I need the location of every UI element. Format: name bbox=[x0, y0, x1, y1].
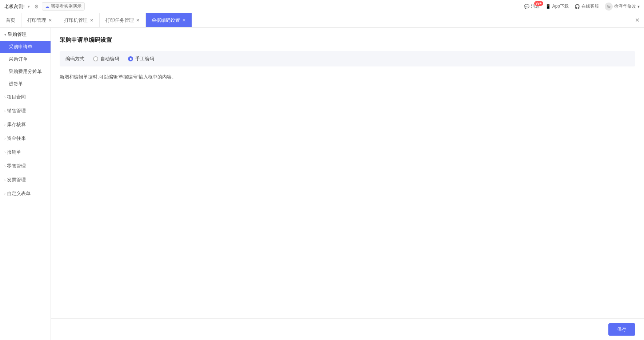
top-bar-right: 💬 消息 99+ 📱 App下载 🎧 在线客服 头 徐泽华修改 ▾ bbox=[524, 3, 640, 11]
purchase-request-label: 采购申请单 bbox=[9, 44, 32, 49]
tab-single-code-label: 单据编码设置 bbox=[152, 17, 180, 24]
sidebar-group-procurement: ▾ 采购管理 采购申请单 采购订单 采购费用分摊单 进货单 bbox=[0, 28, 51, 90]
user-menu-button[interactable]: 头 徐泽华修改 ▾ bbox=[605, 3, 640, 11]
purchase-expense-label: 采购费用分摊单 bbox=[9, 69, 42, 74]
sales-mgmt-label: 销售管理 bbox=[7, 108, 26, 114]
encoding-method-row: 编码方式 自动编码 手工编码 bbox=[60, 51, 635, 66]
sidebar-group-sales-return[interactable]: › 报销单 bbox=[0, 145, 51, 159]
sidebar-group-capital[interactable]: › 资金往来 bbox=[0, 131, 51, 145]
user-name: 徐泽华修改 bbox=[614, 3, 636, 9]
sidebar-item-purchase-order[interactable]: 采购订单 bbox=[0, 53, 51, 65]
sales-mgmt-chevron-icon: › bbox=[4, 109, 5, 113]
content-panel: 采购申请单编码设置 编码方式 自动编码 手工编码 新增和编辑单据时,可以编辑'单… bbox=[51, 28, 644, 318]
app-icon: 📱 bbox=[545, 4, 551, 9]
sidebar-group-inventory[interactable]: › 库存核算 bbox=[0, 118, 51, 131]
capital-chevron-icon: › bbox=[4, 137, 5, 141]
auto-code-label: 自动编码 bbox=[100, 56, 119, 62]
tab-print-mgmt-label: 打印管理 bbox=[27, 17, 46, 24]
tab-home-label: 首页 bbox=[6, 17, 15, 24]
avatar: 头 bbox=[605, 3, 613, 11]
user-chevron-icon: ▾ bbox=[637, 4, 640, 9]
inventory-label: 库存核算 bbox=[7, 121, 26, 128]
message-badge: 99+ bbox=[534, 1, 543, 6]
demo-icon: ☁ bbox=[45, 4, 49, 9]
service-label: 在线客服 bbox=[581, 3, 599, 9]
capital-label: 资金往来 bbox=[7, 135, 26, 142]
tab-print-mgmt[interactable]: 打印管理 ✕ bbox=[21, 13, 58, 27]
bottom-bar: 保存 bbox=[51, 318, 644, 340]
procurement-label: 采购管理 bbox=[8, 31, 27, 38]
app-label: App下载 bbox=[552, 3, 569, 9]
sidebar-item-purchase-expense[interactable]: 采购费用分摊单 bbox=[0, 65, 51, 78]
brand-label: 老板勿割! bbox=[4, 3, 25, 10]
service-icon: 🎧 bbox=[575, 4, 580, 9]
auto-code-radio[interactable] bbox=[93, 56, 98, 61]
invoice-mgmt-label: 发票管理 bbox=[7, 177, 26, 183]
save-button[interactable]: 保存 bbox=[608, 323, 635, 336]
tab-bar-close-all[interactable]: ✕ bbox=[631, 17, 644, 24]
hint-text: 新增和编辑单据时,可以编辑'单据编号'输入框中的内容。 bbox=[60, 74, 635, 80]
sidebar: ▾ 采购管理 采购申请单 采购订单 采购费用分摊单 进货单 › 项目合同 › 销… bbox=[0, 28, 51, 340]
manual-code-option[interactable]: 手工编码 bbox=[128, 56, 154, 62]
sidebar-group-invoice-mgmt[interactable]: › 发票管理 bbox=[0, 173, 51, 187]
tab-printer-mgmt-close[interactable]: ✕ bbox=[90, 18, 93, 23]
tab-printer-mgmt-label: 打印机管理 bbox=[64, 17, 88, 24]
sidebar-group-sales-mgmt[interactable]: › 销售管理 bbox=[0, 104, 51, 118]
sidebar-item-purchase-request[interactable]: 采购申请单 bbox=[0, 41, 51, 53]
encoding-label: 编码方式 bbox=[65, 56, 84, 62]
manual-code-label: 手工编码 bbox=[135, 56, 154, 62]
app-download-button[interactable]: 📱 App下载 bbox=[545, 3, 569, 9]
purchase-order-label: 采购订单 bbox=[9, 56, 28, 62]
tab-print-task-mgmt-close[interactable]: ✕ bbox=[136, 18, 140, 23]
tab-bar: 首页 打印管理 ✕ 打印机管理 ✕ 打印任务管理 ✕ 单据编码设置 ✕ ✕ bbox=[0, 13, 644, 28]
brand-chevron-icon[interactable]: ▾ bbox=[28, 4, 30, 9]
project-contract-chevron-icon: › bbox=[4, 95, 5, 99]
sales-return-chevron-icon: › bbox=[4, 150, 5, 154]
tab-single-code-close[interactable]: ✕ bbox=[182, 18, 186, 23]
top-bar: 老板勿割! ▾ ⚙ ☁ 我要看实例演示 💬 消息 99+ 📱 App下载 🎧 在… bbox=[0, 0, 644, 13]
manual-code-radio[interactable] bbox=[128, 56, 133, 61]
sidebar-item-stock-in[interactable]: 进货单 bbox=[0, 78, 51, 90]
tab-printer-mgmt[interactable]: 打印机管理 ✕ bbox=[58, 13, 100, 27]
sidebar-group-project-contract[interactable]: › 项目合同 bbox=[0, 90, 51, 104]
stock-in-label: 进货单 bbox=[9, 81, 23, 86]
tab-home[interactable]: 首页 bbox=[0, 13, 21, 27]
auto-code-option[interactable]: 自动编码 bbox=[93, 56, 119, 62]
content-area: 采购申请单编码设置 编码方式 自动编码 手工编码 新增和编辑单据时,可以编辑'单… bbox=[51, 28, 644, 340]
custom-form-chevron-icon: › bbox=[4, 192, 5, 196]
online-service-button[interactable]: 🎧 在线客服 bbox=[575, 3, 599, 9]
demo-button[interactable]: ☁ 我要看实例演示 bbox=[42, 2, 85, 11]
settings-icon[interactable]: ⚙ bbox=[34, 4, 39, 9]
main-layout: ▾ 采购管理 采购申请单 采购订单 采购费用分摊单 进货单 › 项目合同 › 销… bbox=[0, 28, 644, 340]
retail-mgmt-label: 零售管理 bbox=[7, 163, 26, 169]
top-bar-left: 老板勿割! ▾ ⚙ ☁ 我要看实例演示 bbox=[4, 2, 524, 11]
sidebar-group-procurement-title[interactable]: ▾ 采购管理 bbox=[0, 28, 51, 41]
invoice-mgmt-chevron-icon: › bbox=[4, 178, 5, 182]
page-title: 采购申请单编码设置 bbox=[60, 36, 635, 44]
procurement-chevron-icon: ▾ bbox=[4, 33, 6, 37]
custom-form-label: 自定义表单 bbox=[7, 190, 31, 197]
project-contract-label: 项目合同 bbox=[7, 94, 26, 100]
message-icon: 💬 bbox=[524, 4, 529, 9]
tab-print-task-mgmt-label: 打印任务管理 bbox=[105, 17, 134, 24]
tab-print-task-mgmt[interactable]: 打印任务管理 ✕ bbox=[100, 13, 146, 27]
tab-single-code-setting[interactable]: 单据编码设置 ✕ bbox=[146, 13, 192, 27]
retail-mgmt-chevron-icon: › bbox=[4, 164, 5, 168]
inventory-chevron-icon: › bbox=[4, 123, 5, 127]
message-button[interactable]: 💬 消息 99+ bbox=[524, 3, 540, 9]
sales-return-label: 报销单 bbox=[7, 149, 21, 155]
sidebar-group-retail-mgmt[interactable]: › 零售管理 bbox=[0, 159, 51, 173]
sidebar-group-custom-form[interactable]: › 自定义表单 bbox=[0, 187, 51, 201]
demo-label: 我要看实例演示 bbox=[51, 3, 81, 9]
tab-print-mgmt-close[interactable]: ✕ bbox=[48, 18, 52, 23]
